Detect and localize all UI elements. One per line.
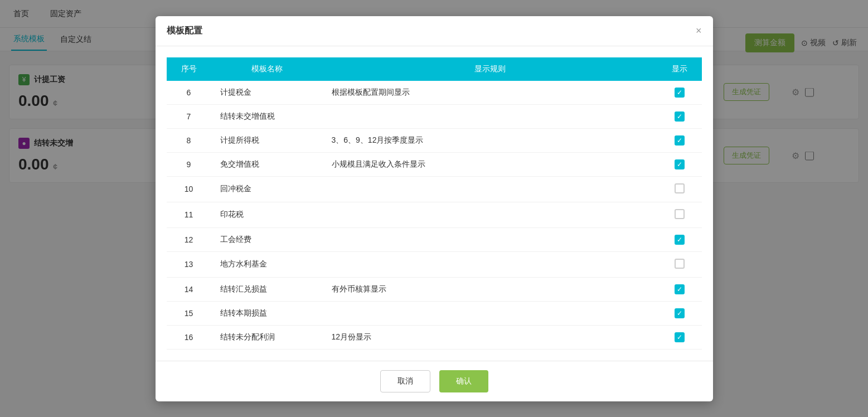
cell-name: 回冲税金 [211,176,323,202]
confirm-button[interactable]: 确认 [439,370,488,392]
checkbox-10[interactable] [675,183,685,193]
cell-checkbox[interactable] [657,325,702,349]
checkbox-9[interactable] [675,159,685,169]
cell-checkbox[interactable] [657,128,702,152]
checkbox-7[interactable] [675,111,685,122]
modal-template-config: 模板配置 × 序号 模板名称 显示规则 显示 6计提税金根据模板配置期间显示7结… [156,16,713,401]
cell-rule: 3、6、9、12月按季度显示 [323,128,657,152]
cell-id: 12 [167,227,211,251]
modal-title: 模板配置 [167,25,202,37]
cell-checkbox[interactable] [657,277,702,301]
cell-name: 结转未交增值税 [211,104,323,128]
cell-checkbox[interactable] [657,202,702,227]
cell-rule [323,104,657,128]
cell-checkbox[interactable] [657,176,702,202]
checkbox-11[interactable] [675,209,685,219]
checkbox-8[interactable] [675,135,685,146]
cell-checkbox[interactable] [657,227,702,251]
checkbox-16[interactable] [675,332,685,342]
cell-rule: 12月份显示 [323,325,657,349]
cell-rule [323,251,657,277]
modal-header: 模板配置 × [156,16,713,46]
checkbox-6[interactable] [675,88,685,98]
cell-rule: 有外币核算显示 [323,277,657,301]
cell-id: 8 [167,128,211,152]
cell-rule [323,202,657,227]
cell-id: 7 [167,104,211,128]
cell-id: 14 [167,277,211,301]
cell-name: 结转未分配利润 [211,325,323,349]
cell-checkbox[interactable] [657,301,702,325]
col-header-id: 序号 [167,57,211,81]
cell-checkbox[interactable] [657,251,702,277]
cell-id: 13 [167,251,211,277]
checkbox-12[interactable] [675,235,685,245]
cell-checkbox[interactable] [657,104,702,128]
table-row: 6计提税金根据模板配置期间显示 [167,81,702,105]
cell-name: 结转本期损益 [211,301,323,325]
cell-checkbox[interactable] [657,152,702,176]
cell-id: 11 [167,202,211,227]
cell-name: 计提税金 [211,81,323,105]
table-row: 8计提所得税3、6、9、12月按季度显示 [167,128,702,152]
table-row: 13地方水利基金 [167,251,702,277]
cell-checkbox[interactable] [657,81,702,105]
table-row: 9免交增值税小规模且满足收入条件显示 [167,152,702,176]
cell-name: 印花税 [211,202,323,227]
cell-rule: 小规模且满足收入条件显示 [323,152,657,176]
checkbox-14[interactable] [675,284,685,294]
cell-name: 计提所得税 [211,128,323,152]
cell-rule: 根据模板配置期间显示 [323,81,657,105]
cell-rule [323,301,657,325]
table-row: 16结转未分配利润12月份显示 [167,325,702,349]
checkbox-15[interactable] [675,308,685,318]
modal-body[interactable]: 序号 模板名称 显示规则 显示 6计提税金根据模板配置期间显示7结转未交增值税8… [156,46,713,361]
table-body: 6计提税金根据模板配置期间显示7结转未交增值税8计提所得税3、6、9、12月按季… [167,81,702,350]
cell-name: 结转汇兑损益 [211,277,323,301]
table-row: 14结转汇兑损益有外币核算显示 [167,277,702,301]
cell-name: 工会经费 [211,227,323,251]
checkbox-13[interactable] [675,259,685,269]
col-header-name: 模板名称 [211,57,323,81]
table-row: 11印花税 [167,202,702,227]
table-row: 10回冲税金 [167,176,702,202]
cell-name: 免交增值税 [211,152,323,176]
modal-footer: 取消 确认 [156,361,713,401]
cell-id: 10 [167,176,211,202]
col-header-rule: 显示规则 [323,57,657,81]
cell-rule [323,176,657,202]
cancel-button[interactable]: 取消 [380,370,430,392]
modal-close-button[interactable]: × [696,26,702,36]
cell-id: 15 [167,301,211,325]
col-header-display: 显示 [657,57,702,81]
table-row: 15结转本期损益 [167,301,702,325]
modal-overlay: 模板配置 × 序号 模板名称 显示规则 显示 6计提税金根据模板配置期间显示7结… [0,0,868,417]
cell-rule [323,227,657,251]
cell-id: 16 [167,325,211,349]
cell-id: 9 [167,152,211,176]
config-table: 序号 模板名称 显示规则 显示 6计提税金根据模板配置期间显示7结转未交增值税8… [167,57,702,350]
table-row: 12工会经费 [167,227,702,251]
table-header-row: 序号 模板名称 显示规则 显示 [167,57,702,81]
table-row: 7结转未交增值税 [167,104,702,128]
cell-name: 地方水利基金 [211,251,323,277]
cell-id: 6 [167,81,211,105]
